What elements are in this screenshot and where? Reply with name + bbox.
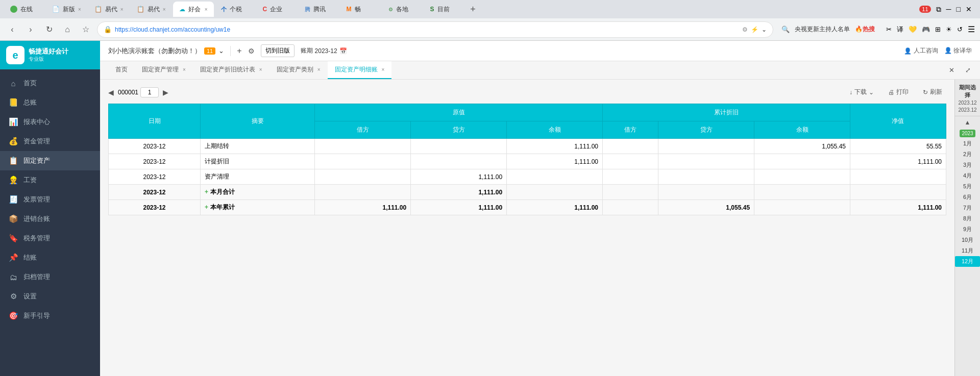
period-month-7[interactable]: 7月	[955, 203, 980, 213]
browser-tab-yidai1[interactable]: 📋 易代 ×	[88, 2, 130, 17]
period-month-2[interactable]: 2月	[955, 149, 980, 160]
translate-icon[interactable]: 译	[897, 25, 903, 34]
tab-restore-icon[interactable]: ⧉	[936, 5, 941, 14]
period-month-9[interactable]: 9月	[955, 224, 980, 235]
tab-fixed-assets-depr[interactable]: 固定资产折旧统计表 ×	[193, 61, 270, 79]
tab-fixed-assets-cat[interactable]: 固定资产类别 ×	[270, 61, 328, 79]
tab-close-icon[interactable]: ×	[259, 67, 262, 72]
sidebar-nav: ⌂ 首页 📒 总账 📊 报表中心 💰 资金管理 📋 固定资产 👷 工资	[0, 69, 100, 376]
sidebar-item-archive[interactable]: 🗂 归档管理	[0, 267, 100, 287]
sidebar-item-invoice[interactable]: 🧾 发票管理	[0, 190, 100, 209]
next-page-btn[interactable]: ▶	[163, 88, 168, 96]
row-orig-debit	[315, 154, 411, 169]
browser-tab-online[interactable]: 在线	[4, 2, 45, 17]
browser-tab-chang[interactable]: M 畅	[340, 2, 381, 17]
period-month-6[interactable]: 6月	[955, 192, 980, 203]
prev-page-btn[interactable]: ◀	[108, 88, 114, 96]
tab-fixed-assets-ledger[interactable]: 固定资产明细账 ×	[328, 61, 392, 79]
company-selector[interactable]: 刘小艳演示账套（勿删勿动！） 11 ⌄	[108, 46, 224, 56]
year-badge: 2023	[960, 130, 975, 137]
sidebar-item-label: 总账	[23, 98, 37, 107]
settings-btn[interactable]: ⚙	[248, 47, 255, 55]
row-orig-debit	[315, 185, 411, 200]
sidebar-item-label: 工资	[23, 176, 37, 185]
row-net-value: 1,111.00	[850, 154, 946, 169]
page-number-input[interactable]	[140, 87, 159, 97]
tab-close-icon[interactable]: ×	[163, 7, 166, 12]
tab-close-icon[interactable]: ×	[120, 7, 124, 12]
sidebar-item-home[interactable]: ⌂ 首页	[0, 73, 100, 93]
refresh-btn[interactable]: ↻ 刷新	[919, 86, 946, 98]
undo-icon[interactable]: ↺	[957, 26, 963, 33]
sidebar-item-payroll[interactable]: 👷 工资	[0, 170, 100, 190]
download-btn[interactable]: ↓ 下载 ⌄	[845, 86, 878, 98]
period-month-10[interactable]: 10月	[955, 235, 980, 245]
calendar-icon[interactable]: 📅	[339, 47, 347, 55]
close-window-icon[interactable]: ✕	[966, 5, 972, 13]
browser-tab-enterprise[interactable]: C 企业	[257, 2, 298, 17]
tab-close-icon[interactable]: ×	[382, 67, 385, 72]
period-month-4[interactable]: 4月	[955, 170, 980, 181]
add-company-btn[interactable]: +	[237, 46, 241, 56]
tab-label: 企业	[270, 5, 282, 14]
period-month-12[interactable]: 12月	[955, 256, 980, 267]
menu-icon[interactable]: ☰	[968, 24, 975, 34]
browser-tab-gedi[interactable]: ⚙ 各地	[382, 2, 423, 17]
tab-label: 新版	[63, 5, 75, 14]
collapse-tab-btn[interactable]: ✕	[945, 64, 958, 77]
back-button[interactable]: ‹	[5, 22, 19, 37]
period-month-1[interactable]: 1月	[955, 138, 980, 149]
browser-tab-mubiao[interactable]: S 目前	[424, 2, 465, 17]
sidebar-item-fixed-assets[interactable]: 📋 固定资产	[0, 151, 100, 170]
tab-close-icon[interactable]: ×	[183, 67, 186, 72]
sidebar-item-reports[interactable]: 📊 报表中心	[0, 112, 100, 132]
search-icon[interactable]: 🔍	[781, 26, 790, 33]
browser-tab-geshuiindv[interactable]: 个 个税	[215, 2, 256, 17]
download-dropdown-icon: ⌄	[869, 89, 874, 96]
bookmark-button[interactable]: ☆	[79, 22, 93, 37]
wallet-icon[interactable]: 💛	[909, 26, 917, 33]
sidebar-item-settlement[interactable]: 📌 结账	[0, 248, 100, 267]
browser-tab-yidai2[interactable]: 📋 易代 ×	[131, 2, 172, 17]
support-btn[interactable]: 👤 人工咨询	[904, 46, 938, 55]
dropdown-icon[interactable]: ⌄	[762, 26, 767, 33]
gamepad-icon[interactable]: 🎮	[922, 26, 930, 33]
period-month-3[interactable]: 3月	[955, 160, 980, 170]
home-button[interactable]: ⌂	[60, 22, 75, 37]
row-orig-credit	[411, 154, 507, 169]
sidebar-item-settings[interactable]: ⚙ 设置	[0, 287, 100, 306]
tab-close-icon[interactable]: ×	[205, 7, 208, 12]
maximize-icon[interactable]: □	[957, 5, 961, 13]
tab-close-icon[interactable]: ×	[317, 67, 321, 72]
period-month-11[interactable]: 11月	[955, 245, 980, 256]
user-btn[interactable]: 👤 徐译华	[944, 46, 972, 55]
forward-button[interactable]: ›	[23, 22, 38, 37]
sidebar-item-fund-mgmt[interactable]: 💰 资金管理	[0, 132, 100, 151]
minimize-icon[interactable]: ─	[946, 5, 951, 13]
hot-search-badge[interactable]: 🔥热搜	[855, 25, 875, 34]
browser-tab-haohui[interactable]: ☁ 好会 ×	[173, 2, 214, 17]
reload-button[interactable]: ↻	[42, 22, 56, 37]
tab-fixed-assets-mgmt[interactable]: 固定资产管理 ×	[135, 61, 193, 79]
tab-close-icon[interactable]: ×	[78, 7, 81, 12]
browser-tab-tencent[interactable]: 腾 腾讯	[299, 2, 339, 17]
new-tab-button[interactable]: +	[466, 2, 480, 16]
scissors-icon[interactable]: ✂	[886, 26, 892, 33]
period-month-5[interactable]: 5月	[955, 181, 980, 192]
sidebar-item-tax[interactable]: 🔖 税务管理	[0, 229, 100, 248]
browser-tab-new[interactable]: 📄 新版 ×	[46, 2, 87, 17]
brightness-icon[interactable]: ☀	[946, 26, 952, 33]
address-box[interactable]: 🔒 https://cloud.chanjet.com/accounting/u…	[97, 21, 773, 38]
grid-icon[interactable]: ⊞	[935, 26, 941, 33]
invoice-icon: 🧾	[8, 195, 18, 204]
expand-tab-btn[interactable]: ⤢	[962, 64, 974, 77]
scroll-up-btn[interactable]: ▲	[955, 116, 980, 129]
sidebar-item-newbie[interactable]: 🎯 新手引导	[0, 306, 100, 325]
tab-home[interactable]: 首页	[108, 61, 135, 79]
sidebar-item-general-ledger[interactable]: 📒 总账	[0, 93, 100, 112]
sidebar-item-label: 新手引导	[23, 311, 50, 320]
print-btn[interactable]: 🖨 打印	[884, 86, 913, 98]
sidebar-item-inventory[interactable]: 📦 进销台账	[0, 209, 100, 229]
period-month-8[interactable]: 8月	[955, 213, 980, 224]
switch-version-btn[interactable]: 切到旧版	[261, 44, 295, 57]
